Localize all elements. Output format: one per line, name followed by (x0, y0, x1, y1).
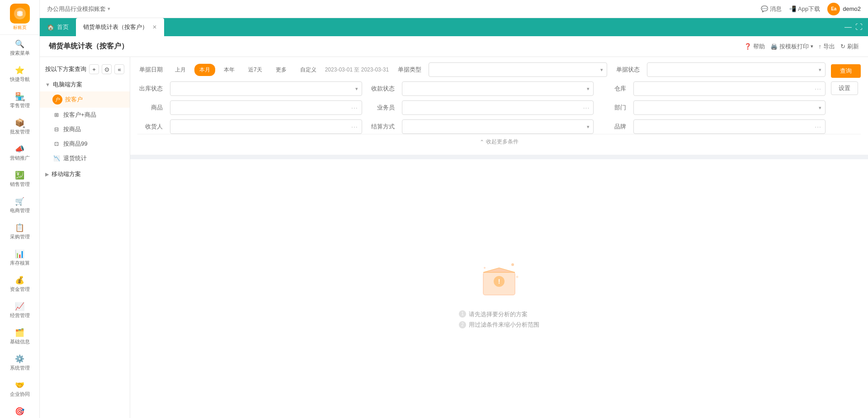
sidebar-item-label: 资金管理 (10, 286, 30, 293)
scheme-group-pc: ▼ 电脑端方案 户 按客户 ⊞ 按客户+商品 ⊟ 按商品 (40, 77, 130, 166)
sidebar-item-marketing[interactable]: 📣 营销推广 (10, 140, 30, 166)
sidebar-item-ecommerce[interactable]: 🛒 电商管理 (10, 192, 30, 218)
sidebar-item-quick-nav[interactable]: ⭐ 快捷导航 (10, 61, 30, 87)
tab-sales-stat[interactable]: 销货单统计表（按客户） ✕ (76, 18, 164, 36)
dropdown-arrow-icon: ▾ (587, 86, 590, 92)
group-arrow-icon: ▶ (45, 171, 49, 177)
date-btn-last-month[interactable]: 上月 (170, 64, 191, 76)
help-button[interactable]: ❓ 帮助 (744, 43, 765, 51)
page-header: 销货单统计表（按客户） ❓ 帮助 🖨️ 按模板打印 ▾ ↑ 导出 ↻ 刷新 (40, 36, 868, 57)
date-btn-last-7[interactable]: 近7天 (243, 64, 267, 76)
settle-method-label: 结算方式 (369, 123, 395, 131)
out-status-select[interactable]: ▾ (170, 81, 362, 96)
sidebar-item-enterprise-collab[interactable]: 🤝 企业协同 (10, 376, 30, 402)
sidebar-item-label: 基础信息 (10, 338, 30, 345)
brand-label: 品牌 (601, 123, 626, 131)
goods-label: 商品 (137, 104, 163, 112)
department-select[interactable]: ▾ (633, 100, 826, 115)
maximize-icon[interactable]: ⛶ (855, 23, 863, 31)
tab-home[interactable]: 🏠 首页 (40, 18, 76, 36)
brand-input[interactable]: ··· (633, 119, 826, 134)
sidebar-item-label: 营销推广 (10, 155, 30, 162)
collect-status-select[interactable]: ▾ (402, 81, 594, 96)
collapse-button[interactable]: ⌃ 收起更多条件 (480, 138, 519, 146)
guide-icon: 🎯 (15, 407, 24, 416)
salesman-input[interactable]: ··· (402, 100, 594, 115)
avatar: Ea (827, 3, 840, 15)
app-download-button[interactable]: 📲 App下载 (789, 5, 820, 13)
scheme-item-return-stat[interactable]: 📉 退货统计 (40, 151, 130, 166)
goods-input[interactable]: ··· (170, 100, 362, 115)
sidebar-item-retail-mgmt[interactable]: 🏪 零售管理 ▼ (10, 87, 30, 114)
date-btn-this-year[interactable]: 本年 (219, 64, 240, 76)
date-btn-this-month[interactable]: 本月 (194, 64, 215, 76)
sidebar-item-wholesale-mgmt[interactable]: 📦 批发管理 ▲ (10, 114, 30, 140)
sidebar-item-label: 批发管理 (10, 128, 30, 135)
empty-illustration: ! (472, 247, 526, 302)
doc-type-select[interactable]: ▾ (429, 62, 607, 77)
scheme-group-pc-toggle[interactable]: ▼ 电脑端方案 (40, 78, 130, 91)
scheme-item-by-goods[interactable]: ⊟ 按商品 (40, 122, 130, 137)
tab-close-button[interactable]: ✕ (152, 24, 157, 30)
sales-icon: 💹 (15, 171, 24, 180)
more-icon: ··· (815, 123, 821, 130)
filter-row-receiver: 收货人 ··· 结算方式 ▾ 品牌 ··· (137, 119, 826, 134)
scheme-item-by-customer[interactable]: 户 按客户 (40, 91, 130, 108)
empty-state: ! 1 请先选择要分析的方案 (130, 159, 868, 418)
collapse-icon: « (118, 66, 121, 73)
add-scheme-button[interactable]: + (89, 64, 99, 74)
date-btn-more[interactable]: 更多 (271, 64, 292, 76)
tip-item-2: 2 用过滤条件来缩小分析范围 (459, 319, 539, 330)
ops-icon: 📈 (15, 302, 24, 311)
sidebar-item-label: 库存核算 (10, 260, 30, 266)
sidebar-item-sales-mgmt[interactable]: 💹 销售管理 (10, 166, 30, 192)
logo-area[interactable]: 标账页 (0, 0, 39, 35)
app-download-icon: 📲 (789, 5, 796, 12)
sidebar-item-label: 系统管理 (10, 365, 30, 371)
sidebar-item-ops-mgmt[interactable]: 📈 经营管理 (10, 297, 30, 323)
main-wrapper: 办公用品行业模拟账套 ▾ 💬 消息 📲 App下载 Ea demo2 🏠 (40, 0, 868, 418)
query-button[interactable]: 查询 (831, 64, 861, 78)
page-content: 销货单统计表（按客户） ❓ 帮助 🖨️ 按模板打印 ▾ ↑ 导出 ↻ 刷新 (40, 36, 868, 418)
date-btn-custom[interactable]: 自定义 (295, 64, 321, 76)
collect-status-label: 收款状态 (369, 85, 395, 93)
doc-status-select[interactable]: ▾ (647, 62, 826, 77)
sidebar-item-base-info[interactable]: 🗂️ 基础信息 (10, 323, 30, 350)
warehouse-input[interactable]: ··· (633, 81, 826, 96)
scheme-group-mobile-toggle[interactable]: ▶ 移动端方案 (40, 167, 130, 181)
receiver-label: 收货人 (137, 123, 163, 131)
refresh-button[interactable]: ↻ 刷新 (840, 43, 859, 51)
finance-icon: 💰 (15, 276, 24, 285)
sidebar-item-label: 快捷导航 (10, 76, 30, 83)
user-area[interactable]: Ea demo2 (827, 3, 861, 15)
receiver-input[interactable]: ··· (170, 119, 362, 134)
expand-arrow-icon: ▲ (22, 124, 26, 129)
edit-scheme-button[interactable]: ⊙ (102, 64, 112, 74)
sidebar-item-purchase[interactable]: 📋 采购管理 (10, 218, 30, 245)
minimize-icon[interactable]: — (844, 23, 852, 31)
template-print-button[interactable]: 🖨️ 按模板打印 ▾ (770, 43, 813, 51)
export-button[interactable]: ↑ 导出 (819, 43, 835, 51)
svg-point-5 (511, 263, 514, 266)
sidebar-item-sys-mgmt[interactable]: ⚙️ 系统管理 (10, 350, 30, 376)
settings-button[interactable]: 设置 (831, 81, 858, 95)
filter-row-status: 出库状态 ▾ 收款状态 ▾ 仓库 ··· (137, 81, 826, 96)
scheme-item-by-goods-99[interactable]: ⊡ 按商品99 (40, 137, 130, 151)
collapse-panel-button[interactable]: « (114, 64, 124, 74)
account-switcher[interactable]: 办公用品行业模拟账套 ▾ (47, 5, 110, 13)
sidebar-item-finance[interactable]: 💰 资金管理 (10, 271, 30, 297)
dropdown-arrow-icon: ▾ (600, 67, 603, 73)
expand-arrow-icon: ▼ (22, 98, 26, 103)
sidebar-item-label: 采购管理 (10, 233, 30, 240)
top-header: 办公用品行业模拟账套 ▾ 💬 消息 📲 App下载 Ea demo2 (40, 0, 868, 18)
print-icon: 🖨️ (770, 43, 778, 50)
scheme-item-by-customer-goods[interactable]: ⊞ 按客户+商品 (40, 108, 130, 122)
sidebar-item-inventory[interactable]: 📊 库存核算 (10, 245, 30, 271)
sidebar-item-search-menu[interactable]: 🔍 搜索菜单 (10, 35, 30, 61)
message-button[interactable]: 💬 消息 (761, 5, 782, 13)
settle-method-select[interactable]: ▾ (402, 119, 594, 134)
message-icon: 💬 (761, 5, 768, 12)
more-icon: ··· (583, 104, 590, 111)
sidebar-item-new-guide[interactable]: 🎯 新手引导 (10, 402, 30, 418)
scheme-icon: 📉 (52, 154, 61, 162)
